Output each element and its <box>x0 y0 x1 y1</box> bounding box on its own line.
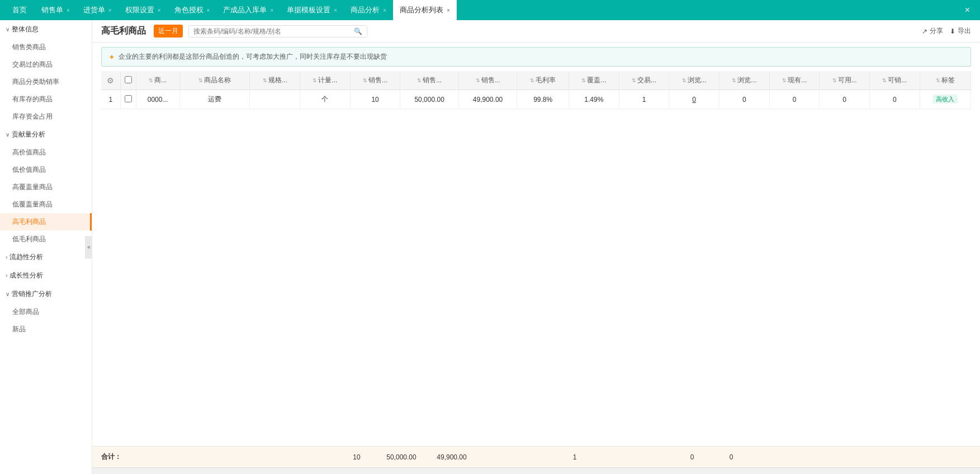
nav-template-settings[interactable]: 单据模板设置 × <box>280 0 344 20</box>
col-saleable-stock[interactable]: ⇅可销... <box>869 71 920 90</box>
sidebar-group-growth[interactable]: › 成长性分析 <box>0 266 92 285</box>
views1-link[interactable]: 0 <box>692 96 696 104</box>
col-transactions[interactable]: ⇅交易... <box>619 71 669 90</box>
footer-spacer-views1 <box>594 453 633 461</box>
nav-permission-close[interactable]: × <box>158 7 161 13</box>
sidebar-item-traded-goods[interactable]: 交易过的商品 <box>0 56 92 73</box>
nav-product-analysis[interactable]: 商品分析 × <box>344 0 393 20</box>
col-code[interactable]: ⇅商... <box>136 71 179 90</box>
sidebar-collapse-btn[interactable]: « <box>85 236 92 259</box>
col-sales-amt[interactable]: ⇅销售... <box>400 71 458 90</box>
sidebar-group-trend[interactable]: › 流趋性分析 <box>0 248 92 266</box>
sidebar-item-high-margin[interactable]: 高毛利商品 <box>0 213 92 231</box>
main-layout: ∨ 整体信息 销售类商品 交易过的商品 商品分类助销率 有库存的商品 库存资金占… <box>0 20 980 474</box>
sidebar-item-all-goods[interactable]: 全部商品 <box>0 303 92 321</box>
nav-sales-label: 销售单 <box>41 5 63 15</box>
footer-transactions: 1 <box>555 453 594 461</box>
sidebar-item-low-value[interactable]: 低价值商品 <box>0 161 92 179</box>
nav-role-close[interactable]: × <box>207 7 210 13</box>
cell-name: 运费 <box>179 90 250 109</box>
table-body: 1 0000... 运费 个 10 50,000.00 49,900.00 99… <box>101 90 971 109</box>
cell-sales-qty: 10 <box>350 90 400 109</box>
sidebar-item-high-value[interactable]: 高价值商品 <box>0 144 92 161</box>
sidebar-item-low-margin[interactable]: 低毛利商品 <box>0 231 92 248</box>
arrow-growth: › <box>6 273 7 279</box>
export-btn[interactable]: ⬇ 导出 <box>950 26 971 36</box>
col-views1[interactable]: ⇅浏览... <box>669 71 719 90</box>
nav-product-analysis-list[interactable]: 商品分析列表 × <box>393 0 457 20</box>
gear-icon[interactable]: ⚙ <box>107 76 114 85</box>
export-icon: ⬇ <box>950 27 955 35</box>
col-checkbox <box>120 71 136 90</box>
cell-views2: 0 <box>719 90 770 109</box>
col-views2[interactable]: ⇅浏览... <box>719 71 770 90</box>
sidebar-group-overall-title: 整体信息 <box>12 25 39 34</box>
sidebar-item-stock-goods[interactable]: 有库存的商品 <box>0 91 92 108</box>
info-icon: ✦ <box>108 53 115 62</box>
nav-template-close[interactable]: × <box>334 7 337 13</box>
sidebar-group-marketing[interactable]: ∨ 营销推广分析 <box>0 285 92 303</box>
header-actions: ↗ 分享 ⬇ 导出 <box>922 26 971 36</box>
cell-saleable-stock: 0 <box>869 90 920 109</box>
horizontal-scrollbar[interactable] <box>92 467 980 474</box>
search-input[interactable] <box>193 27 354 35</box>
nav-product-analysis-close[interactable]: × <box>383 7 386 13</box>
col-sales-cost[interactable]: ⇅销售... <box>458 71 517 90</box>
select-all-checkbox[interactable] <box>125 76 132 83</box>
nav-permission-settings[interactable]: 权限设置 × <box>119 0 168 20</box>
share-btn[interactable]: ↗ 分享 <box>922 26 943 36</box>
footer-spacer-1 <box>146 453 165 461</box>
nav-home-label: 首页 <box>12 5 27 15</box>
arrow-trend: › <box>6 254 7 260</box>
time-filter-btn[interactable]: 近一月 <box>154 25 183 37</box>
sidebar-item-sales-goods[interactable]: 销售类商品 <box>0 39 92 56</box>
col-tag[interactable]: ⇅标签 <box>920 71 970 90</box>
nav-role-auth[interactable]: 角色授权 × <box>168 0 217 20</box>
footer-spacer-spec <box>264 453 304 461</box>
data-table: ⚙ ⇅商... ⇅商品名称 ⇅规格... ⇅计量... ⇅销售... ⇅销售..… <box>101 71 971 109</box>
sidebar-group-contribution[interactable]: ∨ 贡献量分析 <box>0 125 92 144</box>
nav-product-analysis-list-label: 商品分析列表 <box>400 5 443 15</box>
sidebar-group-trend-title: 流趋性分析 <box>10 252 43 262</box>
search-icon[interactable]: 🔍 <box>354 27 362 35</box>
col-current-stock[interactable]: ⇅现有... <box>769 71 820 90</box>
sidebar-group-marketing-title: 营销推广分析 <box>12 289 52 299</box>
col-sales-qty[interactable]: ⇅销售... <box>350 71 400 90</box>
col-name[interactable]: ⇅商品名称 <box>179 71 250 90</box>
cell-sales-cost: 49,900.00 <box>458 90 517 109</box>
export-label: 导出 <box>958 26 971 36</box>
col-spec[interactable]: ⇅规格... <box>250 71 300 90</box>
footer-spacer-code <box>181 453 220 461</box>
tag-badge: 高收入 <box>932 95 958 104</box>
nav-product-warehousing[interactable]: 产成品入库单 × <box>216 0 280 20</box>
col-coverage[interactable]: ⇅覆盖... <box>569 71 619 90</box>
col-gross-margin[interactable]: ⇅毛利率 <box>517 71 569 90</box>
footer-sales-amt: 50,000.00 <box>376 453 427 461</box>
cell-views1: 0 <box>669 90 719 109</box>
sidebar-item-high-coverage[interactable]: 高覆盖量商品 <box>0 179 92 196</box>
info-banner: ✦ 企业的主要的利润都是这部分商品创造的，可考虑加大推广，同时关注库存是不要出现… <box>101 47 971 67</box>
nav-sales-order[interactable]: 销售单 × <box>35 0 77 20</box>
sidebar-group-overall[interactable]: ∨ 整体信息 <box>0 20 92 39</box>
sidebar-item-stock-capital[interactable]: 库存资金占用 <box>0 108 92 125</box>
sidebar-item-new-goods[interactable]: 新品 <box>0 321 92 338</box>
sidebar-item-category-assist[interactable]: 商品分类助销率 <box>0 73 92 91</box>
nav-role-label: 角色授权 <box>174 5 203 15</box>
nav-close-all[interactable]: × <box>959 5 976 15</box>
col-available-stock[interactable]: ⇅可用... <box>820 71 870 90</box>
nav-purchase-close[interactable]: × <box>108 7 112 13</box>
sidebar-item-low-coverage[interactable]: 低覆盖量商品 <box>0 196 92 213</box>
arrow-overall: ∨ <box>6 26 10 32</box>
arrow-marketing: ∨ <box>6 291 10 297</box>
nav-product-analysis-label: 商品分析 <box>351 5 380 15</box>
content-header: 高毛利商品 近一月 🔍 ↗ 分享 ⬇ 导出 <box>92 20 980 43</box>
nav-product-analysis-list-close[interactable]: × <box>447 7 450 13</box>
nav-purchase-order[interactable]: 进货单 × <box>77 0 119 20</box>
footer-spacer-2 <box>165 453 181 461</box>
nav-product-close[interactable]: × <box>270 7 273 13</box>
nav-sales-close[interactable]: × <box>67 7 70 13</box>
sidebar-group-growth-title: 成长性分析 <box>10 271 43 280</box>
nav-home[interactable]: 首页 <box>4 0 35 20</box>
col-unit[interactable]: ⇅计量... <box>300 71 351 90</box>
row-checkbox[interactable] <box>125 95 132 102</box>
